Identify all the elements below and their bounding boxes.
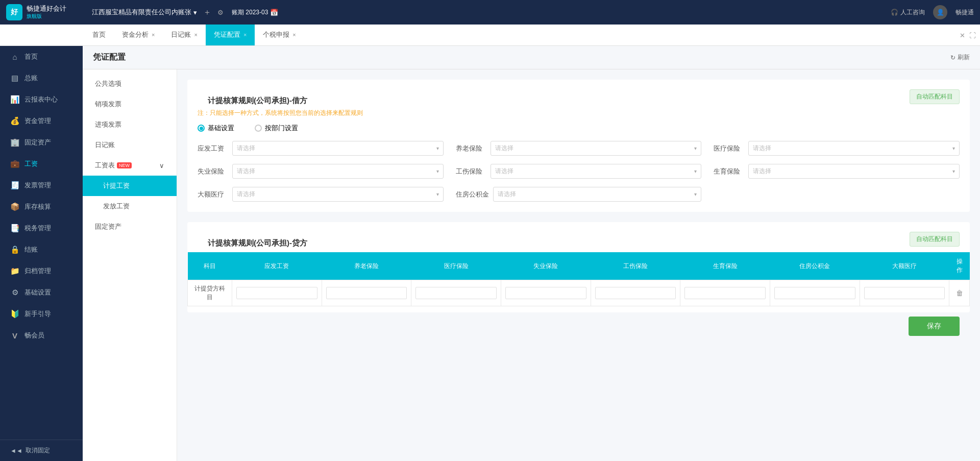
label-ylbx2: 医疗保险 bbox=[714, 144, 744, 153]
sidebar-item-tax[interactable]: 📑 税务管理 bbox=[0, 217, 83, 239]
service-button[interactable]: 🎧 人工咨询 bbox=[891, 8, 925, 17]
select-yfgz[interactable]: 请选择 ▾ bbox=[232, 141, 444, 156]
nav-public[interactable]: 公共选项 bbox=[83, 74, 177, 94]
logo-text-block: 畅捷通好会计 旗舰版 bbox=[27, 5, 66, 20]
expand-icon: ∨ bbox=[159, 162, 164, 169]
field-ylbx: 养老保险 请选择 ▾ bbox=[456, 141, 702, 156]
sidebar-item-assets[interactable]: 🏢 固定资产 bbox=[0, 132, 83, 153]
avatar[interactable]: 👤 bbox=[933, 5, 947, 19]
tab-journal[interactable]: 日记账 × bbox=[163, 25, 205, 45]
nav-salary-table[interactable]: 工资表 NEW ∨ bbox=[83, 155, 177, 176]
field-sybx: 失业保险 请选择 ▾ bbox=[198, 164, 444, 179]
radio-basic[interactable]: 基础设置 bbox=[198, 124, 234, 133]
cancel-pin-button[interactable]: ◄◄ 取消固定 bbox=[0, 440, 83, 461]
delete-icon[interactable]: 🗑 bbox=[956, 289, 963, 297]
save-button[interactable]: 保存 bbox=[909, 317, 960, 336]
tab-tax[interactable]: 个税申报 × bbox=[255, 25, 304, 45]
radio-dept[interactable]: 按部门设置 bbox=[255, 124, 298, 133]
select-gsbx[interactable]: 请选择 ▾ bbox=[491, 164, 702, 179]
close-window-icon[interactable]: ✕ bbox=[960, 31, 965, 39]
select-sybx2[interactable]: 请选择 ▾ bbox=[748, 164, 960, 179]
page-header: 凭证配置 ↻ 刷新 bbox=[83, 46, 980, 69]
nav-fafa[interactable]: 发放工资 bbox=[83, 196, 177, 216]
field-gsbx: 工伤保险 请选择 ▾ bbox=[456, 164, 702, 179]
app-logo-icon: 好 bbox=[6, 4, 22, 20]
label-gsbx: 工伤保险 bbox=[456, 167, 486, 176]
add-button[interactable]: ＋ bbox=[203, 7, 211, 18]
sidebar-item-settings[interactable]: ⚙ 基础设置 bbox=[0, 282, 83, 303]
cell-zfgjj bbox=[770, 280, 860, 306]
radio-basic-label: 基础设置 bbox=[208, 124, 234, 133]
tab-journal-close[interactable]: × bbox=[194, 32, 197, 38]
select-ylbx[interactable]: 请选择 ▾ bbox=[491, 141, 702, 156]
sidebar: ⌂ 首页 ▤ 总账 📊 云报表中心 💰 资金管理 🏢 固定资产 💼 工资 🧾 发… bbox=[0, 46, 83, 461]
ledger-icon: ▤ bbox=[10, 74, 19, 83]
input-gsbx[interactable] bbox=[595, 287, 676, 299]
sidebar-item-ledger[interactable]: ▤ 总账 bbox=[0, 67, 83, 89]
field-zfgjj: 住房公积金 请选择 ▾ bbox=[456, 187, 702, 202]
settings-icon[interactable]: ⚙ bbox=[217, 9, 224, 16]
select-zfgjj[interactable]: 请选择 ▾ bbox=[493, 187, 702, 202]
sidebar-item-archive[interactable]: 📁 归档管理 bbox=[0, 260, 83, 282]
input-dey[interactable] bbox=[864, 287, 945, 299]
field-sybx2: 生育保险 请选择 ▾ bbox=[714, 164, 960, 179]
select-zfgjj-placeholder: 请选择 bbox=[498, 190, 516, 199]
sidebar-item-salary[interactable]: 💼 工资 bbox=[0, 153, 83, 175]
tab-funds[interactable]: 资金分析 × bbox=[114, 25, 163, 45]
nav-journal[interactable]: 日记账 bbox=[83, 135, 177, 155]
expand-window-icon[interactable]: ⛶ bbox=[969, 31, 976, 39]
input-ylbx[interactable] bbox=[326, 287, 407, 299]
save-btn-bar: 保存 bbox=[187, 312, 970, 340]
tab-voucher-config[interactable]: 凭证配置 × bbox=[206, 25, 255, 45]
select-ylbx-placeholder: 请选择 bbox=[495, 144, 513, 153]
tab-home[interactable]: 首页 bbox=[84, 25, 114, 45]
tab-tax-close[interactable]: × bbox=[292, 32, 296, 38]
tab-funds-close[interactable]: × bbox=[152, 32, 155, 38]
sidebar-label-salary: 工资 bbox=[24, 159, 38, 168]
credit-header-row: 计提核算规则(公司承担)-贷方 自动匹配科目 bbox=[187, 222, 970, 252]
col-header-action: 操作 bbox=[949, 252, 970, 280]
nav-jiti[interactable]: 计提工资 bbox=[83, 176, 177, 196]
credit-auto-match-button[interactable]: 自动匹配科目 bbox=[910, 232, 960, 247]
sidebar-label-invoice: 发票管理 bbox=[24, 181, 51, 190]
nav-sales[interactable]: 销项发票 bbox=[83, 94, 177, 114]
basic-settings-icon: ⚙ bbox=[10, 288, 19, 297]
sidebar-item-inventory[interactable]: 📦 库存核算 bbox=[0, 196, 83, 217]
sidebar-item-reports[interactable]: 📊 云报表中心 bbox=[0, 89, 83, 110]
chevron-down-icon-5: ▾ bbox=[694, 168, 697, 174]
nav-purchase[interactable]: 进项发票 bbox=[83, 114, 177, 135]
tab-voucher-close[interactable]: × bbox=[243, 32, 247, 38]
sidebar-item-close[interactable]: 🔒 结账 bbox=[0, 239, 83, 260]
col-header-yfgz: 应发工资 bbox=[232, 252, 322, 280]
input-sybx2[interactable] bbox=[684, 287, 766, 299]
reports-icon: 📊 bbox=[10, 95, 19, 104]
cell-action: 🗑 bbox=[949, 280, 970, 306]
input-zfgjj[interactable] bbox=[774, 287, 855, 299]
debit-warning: 注：只能选择一种方式，系统将按照您当前的选择来配置规则 bbox=[187, 106, 970, 124]
input-yfgz[interactable] bbox=[236, 287, 317, 299]
calendar-icon[interactable]: 📅 bbox=[270, 9, 278, 16]
select-sybx[interactable]: 请选择 ▾ bbox=[232, 164, 444, 179]
sidebar-item-funds[interactable]: 💰 资金管理 bbox=[0, 110, 83, 132]
home-icon: ⌂ bbox=[10, 53, 19, 61]
company-dropdown-icon[interactable]: ▾ bbox=[193, 9, 197, 16]
sidebar-item-invoice[interactable]: 🧾 发票管理 bbox=[0, 175, 83, 196]
label-yfgz: 应发工资 bbox=[198, 144, 228, 153]
sidebar-item-guide[interactable]: 🔰 新手引导 bbox=[0, 303, 83, 325]
salary-icon: 💼 bbox=[10, 159, 19, 168]
cell-gsbx bbox=[591, 280, 680, 306]
sidebar-label-inventory: 库存核算 bbox=[24, 202, 51, 211]
cell-ylbx2 bbox=[411, 280, 501, 306]
sidebar-item-home[interactable]: ⌂ 首页 bbox=[0, 46, 83, 67]
input-sybx[interactable] bbox=[505, 287, 586, 299]
input-ylbx2[interactable] bbox=[415, 287, 497, 299]
refresh-button[interactable]: ↻ 刷新 bbox=[950, 53, 970, 62]
nav-fixed-assets[interactable]: 固定资产 bbox=[83, 216, 177, 237]
sidebar-item-vip[interactable]: V 畅会员 bbox=[0, 325, 83, 346]
inventory-icon: 📦 bbox=[10, 202, 19, 211]
field-yfgz: 应发工资 请选择 ▾ bbox=[198, 141, 444, 156]
select-dey[interactable]: 请选择 ▾ bbox=[232, 187, 444, 202]
tax-icon: 📑 bbox=[10, 224, 19, 233]
debit-auto-match-button[interactable]: 自动匹配科目 bbox=[910, 89, 960, 104]
select-ylbx2[interactable]: 请选择 ▾ bbox=[748, 141, 960, 156]
